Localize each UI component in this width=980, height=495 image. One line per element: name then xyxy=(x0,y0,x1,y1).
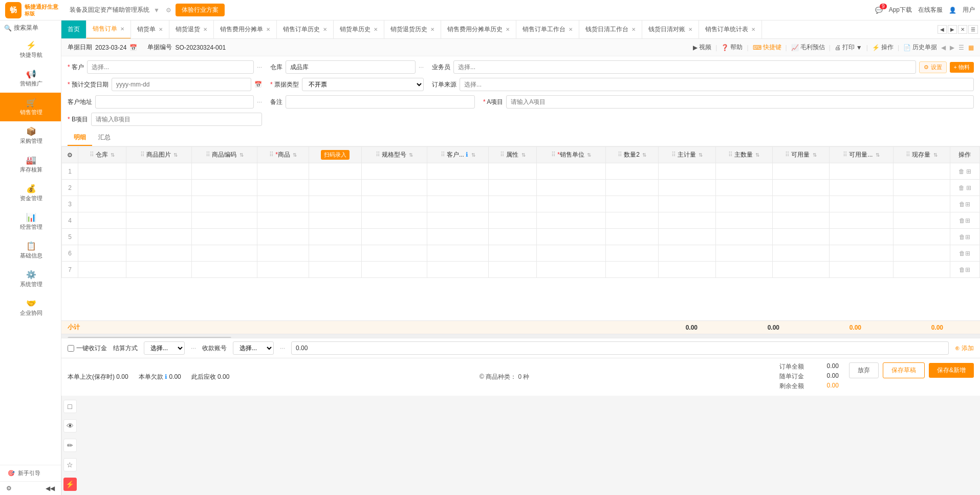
experience-btn[interactable]: 体验行业方案 xyxy=(176,4,225,16)
tab-sales-return-history[interactable]: 销货单历史 ✕ xyxy=(334,20,384,39)
row-6-available[interactable] xyxy=(772,245,829,262)
delete-icon[interactable]: 🗑 xyxy=(959,168,965,175)
sub-tab-summary[interactable]: 汇总 xyxy=(92,130,117,146)
tab-sales-refund-history[interactable]: 销货退货历史 ✕ xyxy=(384,20,441,39)
row-1-main-qty[interactable] xyxy=(715,163,772,180)
tab-sales-stats-close[interactable]: ✕ xyxy=(751,27,755,32)
th-stock[interactable]: ⠿ 现存量 ⇅ xyxy=(893,147,950,163)
tab-cashflow-reconcile[interactable]: 钱货日清对账 ✕ xyxy=(642,20,699,39)
tab-prev-btn[interactable]: ◀ xyxy=(938,25,947,34)
th-main-qty[interactable]: ⠿ 主数量 ⇅ xyxy=(715,147,772,163)
th-available[interactable]: ⠿ 可用量 ⇅ xyxy=(772,147,829,163)
abandon-btn[interactable]: 放弃 xyxy=(849,362,879,378)
row-1-warehouse[interactable] xyxy=(78,163,126,180)
view-mode-form-icon[interactable]: ▦ xyxy=(968,44,974,51)
sidebar-item-purchase[interactable]: 📦 采购管理 xyxy=(0,121,61,150)
save-draft-btn[interactable]: 保存草稿 xyxy=(883,362,925,378)
row-5-customer-code[interactable] xyxy=(427,229,489,245)
row-2-scan[interactable] xyxy=(309,180,361,196)
row-4-image[interactable] xyxy=(126,212,192,229)
row-4-available2[interactable] xyxy=(829,212,893,229)
settings-btn[interactable]: ⚙ 设置 xyxy=(919,61,946,73)
row-4-qty2[interactable] xyxy=(605,212,659,229)
row-3-image[interactable] xyxy=(126,196,192,212)
nav-prev-icon[interactable]: ◀ xyxy=(941,44,946,51)
row-2-spec[interactable] xyxy=(362,180,427,196)
print-link[interactable]: 🖨 打印 ▼ xyxy=(835,43,862,52)
copy-icon[interactable]: ⊞ xyxy=(965,201,970,208)
tab-sales-order-workbench[interactable]: 销售订单工作台 ✕ xyxy=(516,20,579,39)
invoice-type-select[interactable]: 不开票 增值税 xyxy=(302,78,424,91)
tab-close-all-btn[interactable]: ✕ xyxy=(958,25,967,34)
amount-input[interactable] xyxy=(291,341,949,355)
row-3-qty2[interactable] xyxy=(605,196,659,212)
row-1-image[interactable] xyxy=(126,163,192,180)
customer-input[interactable] xyxy=(87,60,254,74)
warehouse-input[interactable] xyxy=(286,60,416,74)
row-4-scan[interactable] xyxy=(309,212,361,229)
th-product[interactable]: ⠿ *商品 ⇅ xyxy=(257,147,309,163)
row-3-stock[interactable] xyxy=(893,196,950,212)
customer-address-input[interactable] xyxy=(95,95,254,109)
tab-sales-fee-split-history-close[interactable]: ✕ xyxy=(506,27,510,32)
row-3-product[interactable] xyxy=(257,196,309,212)
row-4-sales-unit[interactable] xyxy=(537,212,606,229)
app-download-link[interactable]: App下载 xyxy=(889,6,912,14)
row-3-code[interactable] xyxy=(192,196,257,212)
row-2-warehouse[interactable] xyxy=(78,180,126,196)
row-6-image[interactable] xyxy=(126,245,192,262)
tab-menu-btn[interactable]: ☰ xyxy=(968,25,978,34)
row-3-spec[interactable] xyxy=(362,196,427,212)
row-1-customer-code[interactable] xyxy=(427,163,489,180)
view-link[interactable]: ▶ 视频 xyxy=(693,43,711,52)
row-7-spec[interactable] xyxy=(362,262,427,278)
row-4-code[interactable] xyxy=(192,212,257,229)
row-1-main-unit[interactable] xyxy=(659,163,715,180)
th-warehouse[interactable]: ⠿ 仓库 ⇅ xyxy=(78,147,126,163)
th-settings[interactable]: ⚙ xyxy=(62,147,78,163)
row-4-main-unit[interactable] xyxy=(659,212,715,229)
tab-sales-fee-split[interactable]: 销售费用分摊单 ✕ xyxy=(214,20,277,39)
row-1-available2[interactable] xyxy=(829,163,893,180)
right-panel-btn-3[interactable]: ✏ xyxy=(63,439,77,452)
row-1-available[interactable] xyxy=(772,163,829,180)
tab-home[interactable]: 首页 xyxy=(61,20,86,39)
row-7-sales-unit[interactable] xyxy=(537,262,606,278)
th-sales-unit[interactable]: ⠿ *销售单位 ⇅ xyxy=(537,147,606,163)
row-7-image[interactable] xyxy=(126,262,192,278)
delivery-date-input[interactable] xyxy=(112,78,251,91)
save-new-btn[interactable]: 保存&新增 xyxy=(929,363,974,378)
row-5-main-qty[interactable] xyxy=(715,229,772,245)
system-title-arrow[interactable]: ▼ xyxy=(154,7,160,14)
sub-tab-detail[interactable]: 明细 xyxy=(68,130,92,146)
customer-ellipsis-btn[interactable]: ··· xyxy=(257,63,262,71)
calendar-icon[interactable]: 📅 xyxy=(129,44,137,51)
right-panel-btn-1[interactable]: □ xyxy=(63,400,77,413)
row-5-warehouse[interactable] xyxy=(78,229,126,245)
settings-icon[interactable]: ⚙ xyxy=(166,7,171,14)
row-2-sales-unit[interactable] xyxy=(537,180,606,196)
row-1-code[interactable] xyxy=(192,163,257,180)
row-6-main-qty[interactable] xyxy=(715,245,772,262)
row-1-sales-unit[interactable] xyxy=(537,163,606,180)
row-2-available[interactable] xyxy=(772,180,829,196)
row-2-code[interactable] xyxy=(192,180,257,196)
row-6-warehouse[interactable] xyxy=(78,245,126,262)
th-spec[interactable]: ⠿ 规格型号 ⇅ xyxy=(362,147,427,163)
copy-icon[interactable]: ⊞ xyxy=(965,266,970,273)
note-input[interactable] xyxy=(286,95,475,109)
th-code[interactable]: ⠿ 商品编码 ⇅ xyxy=(192,147,257,163)
th-main-unit[interactable]: ⠿ 主计量 ⇅ xyxy=(659,147,715,163)
row-6-spec[interactable] xyxy=(362,245,427,262)
tab-sales-order[interactable]: 销售订单 ✕ xyxy=(86,20,131,39)
row-6-scan[interactable] xyxy=(309,245,361,262)
sidebar-settings-icon[interactable]: ⚙ xyxy=(6,485,12,492)
payment-method-ellipsis[interactable]: ··· xyxy=(191,345,196,352)
row-1-scan[interactable] xyxy=(309,163,361,180)
delete-icon[interactable]: 🗑 xyxy=(959,250,965,257)
online-support-link[interactable]: 在线客服 xyxy=(918,6,943,14)
user-icon[interactable]: 👤 xyxy=(949,7,956,14)
sidebar-item-newbie[interactable]: 🎯 新手引导 xyxy=(0,465,61,481)
delete-icon[interactable]: 🗑 xyxy=(959,233,965,241)
row-6-available2[interactable] xyxy=(829,245,893,262)
